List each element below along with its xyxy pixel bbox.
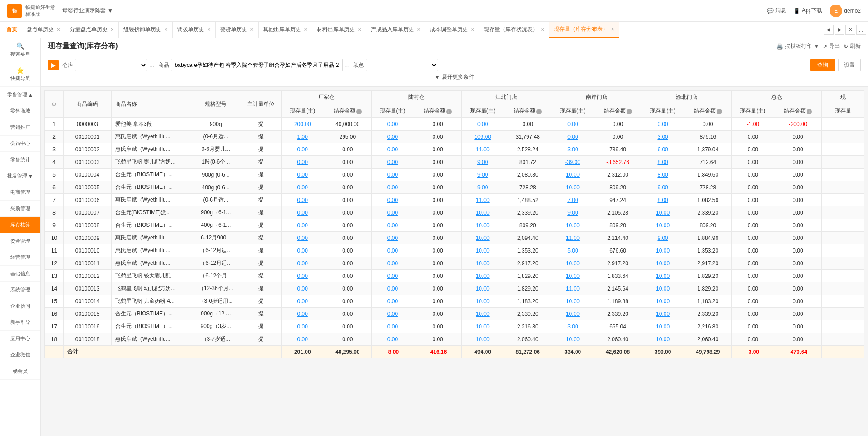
sidebar-item-purchase[interactable]: 采购管理 bbox=[0, 201, 40, 217]
tab-close-icon[interactable]: ✕ bbox=[358, 27, 361, 32]
tab-close-icon[interactable]: ✕ bbox=[611, 27, 614, 32]
query-button[interactable]: 查询 bbox=[810, 59, 835, 71]
info-icon[interactable]: i bbox=[536, 109, 542, 114]
row-lc-amt: 0.00 bbox=[414, 333, 461, 346]
row-code: 00100003 bbox=[64, 156, 111, 169]
sidebar-item-wholesale[interactable]: 批发管理 ▼ bbox=[0, 168, 40, 184]
tab-close-icon[interactable]: ✕ bbox=[164, 27, 168, 32]
row-lc-qty: 0.00 bbox=[372, 194, 414, 206]
goods-ellipsis-btn[interactable]: ... bbox=[344, 61, 350, 69]
tab-close-icon[interactable]: ✕ bbox=[304, 27, 307, 32]
sidebar-item-wechat[interactable]: 企业微信 bbox=[0, 347, 40, 363]
col-yb-qty: 现存量(主) bbox=[642, 104, 684, 118]
row-num: 2 bbox=[45, 131, 64, 143]
tab-close-icon[interactable]: ✕ bbox=[250, 27, 254, 32]
sidebar-item-retail-mgmt[interactable]: 零售管理 ▲ bbox=[0, 87, 40, 103]
tab-inventory-check[interactable]: 盘点单历史 ✕ bbox=[22, 22, 65, 38]
row-fj-amt: 0.00 bbox=[324, 232, 371, 244]
tab-stock-status[interactable]: 现存量（库存状况表） ✕ bbox=[479, 22, 549, 38]
filter-toggle-btn[interactable]: ▶ bbox=[48, 60, 59, 70]
row-total-amt: 0.00 bbox=[774, 206, 821, 219]
row-na-amt: 2,105.28 bbox=[594, 206, 642, 219]
row-jb-amt: 2,094.40 bbox=[504, 232, 552, 244]
sidebar-item-search[interactable]: 🔍 搜索英单 bbox=[0, 38, 40, 62]
main-layout: 🔍 搜索英单 ⭐ 快捷导航 零售管理 ▲ 零售商城 营销推广 会员中心 零售统计… bbox=[0, 38, 868, 436]
tab-next-btn[interactable]: ▶ bbox=[835, 25, 844, 35]
sidebar-item-retail-stats[interactable]: 零售统计 bbox=[0, 152, 40, 168]
footer-total-qty: -3.00 bbox=[731, 346, 774, 358]
sidebar-item-operations[interactable]: 经营管理 bbox=[0, 249, 40, 266]
tab-transfer[interactable]: 调拨单历史 ✕ bbox=[173, 22, 216, 38]
row-yb-amt: 2,917.20 bbox=[684, 257, 731, 270]
expand-more-btn[interactable]: ▼ 展开更多条件 bbox=[48, 71, 861, 83]
warehouse-select[interactable] bbox=[75, 59, 147, 71]
app-download-btn[interactable]: 📱 App下载 bbox=[793, 7, 822, 14]
footer-total-amt: -470.64 bbox=[774, 346, 821, 358]
export-btn[interactable]: ↗ 导出 bbox=[823, 42, 840, 50]
settings-gear-icon[interactable]: ⚙ bbox=[50, 100, 58, 108]
tab-finished-in[interactable]: 产成品入库单历史 ✕ bbox=[366, 22, 425, 38]
tab-request[interactable]: 要货单历史 ✕ bbox=[216, 22, 259, 38]
info-icon[interactable]: i bbox=[627, 109, 632, 114]
info-icon[interactable]: i bbox=[807, 109, 812, 114]
row-total-amt: 0.00 bbox=[774, 320, 821, 333]
tab-material-out[interactable]: 材料出库单历史 ✕ bbox=[312, 22, 366, 38]
sidebar-item-retail-shop[interactable]: 零售商城 bbox=[0, 103, 40, 119]
table-container[interactable]: ⚙ 商品编码 商品名称 规格型号 主计量单位 厂家仓 陆村仓 江北门店 南岸门店… bbox=[41, 87, 868, 436]
row-name: 合生元（BIOSTIME）... bbox=[111, 219, 191, 232]
row-jb-qty: 10.00 bbox=[462, 295, 504, 308]
user-menu[interactable]: E demo2 bbox=[830, 5, 861, 17]
print-btn[interactable]: 🖨️ 按模板打印 ▼ bbox=[776, 42, 819, 50]
sidebar-item-system[interactable]: 系统管理 bbox=[0, 282, 40, 298]
row-spec: 900g（6-1... bbox=[191, 206, 241, 219]
sidebar-item-ecommerce[interactable]: 电商管理 bbox=[0, 184, 40, 201]
row-jb-qty: 9.00 bbox=[462, 181, 504, 194]
tab-sub-check[interactable]: 分量盘点单历史 ✕ bbox=[65, 22, 119, 38]
row-na-qty: 3.00 bbox=[552, 320, 594, 333]
tab-close-icon[interactable]: ✕ bbox=[541, 27, 544, 32]
sidebar-item-nav[interactable]: ⭐ 快捷导航 bbox=[0, 62, 40, 87]
tab-close-icon[interactable]: ✕ bbox=[417, 27, 420, 32]
tab-close-icon[interactable]: ✕ bbox=[57, 27, 60, 32]
footer-label bbox=[45, 346, 64, 358]
info-icon[interactable]: i bbox=[717, 109, 722, 114]
tab-assembly[interactable]: 组装拆卸单历史 ✕ bbox=[119, 22, 173, 38]
tab-other-out[interactable]: 其他出库单历史 ✕ bbox=[259, 22, 312, 38]
info-icon[interactable]: i bbox=[446, 109, 452, 114]
row-jb-qty: 9.00 bbox=[462, 169, 504, 181]
tab-cost-adjust[interactable]: 成本调整单历史 ✕ bbox=[425, 22, 479, 38]
warehouse-ellipsis-btn[interactable]: ... bbox=[149, 61, 155, 69]
tab-close-icon[interactable]: ✕ bbox=[207, 27, 211, 32]
tab-home[interactable]: 首页 bbox=[2, 22, 22, 38]
tab-close-icon[interactable]: ✕ bbox=[471, 27, 474, 32]
tab-close-all-btn[interactable]: ✕ bbox=[845, 25, 855, 35]
color-select[interactable] bbox=[366, 59, 438, 71]
industry-selector[interactable]: 母婴行业演示陈套 ▼ bbox=[62, 7, 113, 14]
sidebar-item-collab[interactable]: 企业协同 bbox=[0, 298, 40, 314]
tab-expand-btn[interactable]: ⛶ bbox=[856, 25, 866, 35]
row-jb-qty: 109.00 bbox=[462, 131, 504, 143]
sidebar-item-marketing[interactable]: 营销推广 bbox=[0, 119, 40, 136]
tab-prev-btn[interactable]: ◀ bbox=[824, 25, 834, 35]
row-na-qty: 0.00 bbox=[552, 118, 594, 131]
refresh-btn[interactable]: ↻ 刷新 bbox=[844, 42, 861, 50]
row-extra bbox=[822, 232, 864, 244]
goods-input[interactable] bbox=[171, 59, 343, 71]
info-icon[interactable]: i bbox=[356, 109, 362, 114]
row-code: 00100018 bbox=[64, 333, 111, 346]
tab-close-icon[interactable]: ✕ bbox=[110, 27, 114, 32]
sidebar-item-finance[interactable]: 资金管理 bbox=[0, 233, 40, 249]
set-button[interactable]: 设置 bbox=[838, 59, 861, 71]
sidebar-item-basics[interactable]: 基础信息 bbox=[0, 266, 40, 282]
tab-stock-dist[interactable]: 现存量（库存分布表） ✕ bbox=[549, 22, 619, 38]
sidebar-item-member[interactable]: 会员中心 bbox=[0, 136, 40, 152]
sidebar-item-inventory[interactable]: 库存核算 bbox=[0, 217, 40, 233]
row-total-qty: 0.00 bbox=[731, 308, 774, 320]
sidebar-item-changyuan[interactable]: 畅会员 bbox=[0, 363, 40, 380]
message-btn[interactable]: 💬 消息 bbox=[767, 7, 786, 14]
row-yb-amt: 1,884.96 bbox=[684, 232, 731, 244]
row-unit: 提 bbox=[241, 194, 281, 206]
sidebar-item-guide[interactable]: 新手引导 bbox=[0, 314, 40, 331]
sidebar-item-apps[interactable]: 应用中心 bbox=[0, 331, 40, 347]
row-unit: 提 bbox=[241, 282, 281, 295]
